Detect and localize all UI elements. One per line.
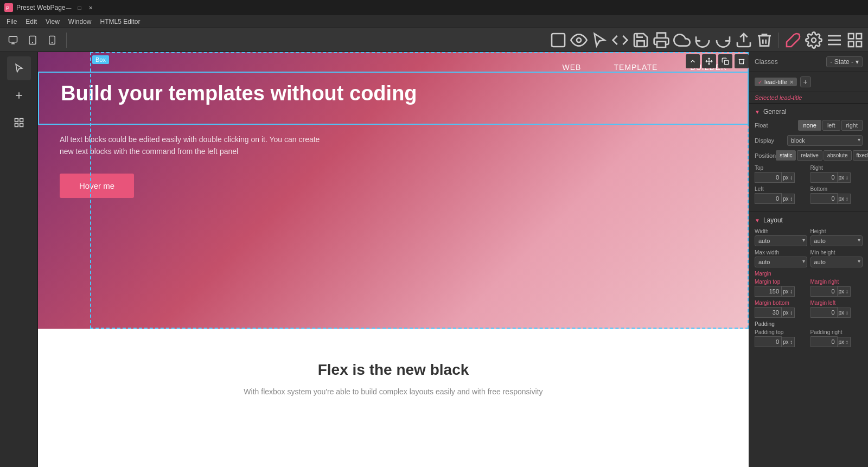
hero-title[interactable]: Build your templates without coding <box>61 81 726 106</box>
redo-button[interactable] <box>714 31 732 49</box>
svg-rect-19 <box>848 41 853 46</box>
hero-content-area: All text blocks could be edited easily w… <box>38 125 749 215</box>
float-left-button[interactable]: left <box>822 120 840 131</box>
gear-icon <box>805 31 822 49</box>
position-absolute-button[interactable]: absolute <box>824 150 852 161</box>
right-unit-select[interactable]: px ↕ <box>838 172 851 183</box>
position-static-button[interactable]: static <box>776 150 796 161</box>
margin-bottom-unit[interactable]: px ↕ <box>782 308 795 318</box>
left-unit-select[interactable]: px ↕ <box>782 194 795 204</box>
svg-rect-2 <box>9 36 17 42</box>
display-select[interactable]: block inline flex none <box>787 135 863 146</box>
main-toolbar <box>0 28 868 52</box>
copy-button[interactable] <box>718 54 732 68</box>
menu-view[interactable]: View <box>41 17 64 27</box>
top-unit-select[interactable]: px ↕ <box>782 172 795 183</box>
hero-nav: WEB TEMPLATE BUILDER <box>38 52 749 72</box>
cursor-button[interactable] <box>591 31 608 49</box>
nav-template[interactable]: TEMPLATE <box>614 63 658 72</box>
add-block-button[interactable] <box>7 84 31 107</box>
menu-edit[interactable]: Edit <box>21 17 41 27</box>
cloud-icon <box>673 31 691 49</box>
padding-top-input[interactable] <box>755 336 782 347</box>
hero-description[interactable]: All text blocks could be edited easily w… <box>60 133 331 158</box>
undo-button[interactable] <box>694 31 711 49</box>
menu-file[interactable]: File <box>2 17 21 27</box>
height-select[interactable]: auto100% <box>810 235 863 246</box>
paint-button[interactable] <box>784 31 802 49</box>
margin-top-input[interactable] <box>755 286 782 297</box>
padding-top-unit[interactable]: px ↕ <box>782 337 795 347</box>
float-none-button[interactable]: none <box>798 120 821 131</box>
right-input[interactable] <box>810 172 838 183</box>
components-button[interactable] <box>7 111 31 135</box>
upload-button[interactable] <box>735 31 752 49</box>
move-button[interactable] <box>702 54 716 68</box>
padding-section-label: Padding <box>755 321 863 327</box>
bottom-unit-select[interactable]: px ↕ <box>838 194 851 204</box>
hero-wrapper: Box WEB TEMPLATE BUILDER <box>38 52 749 329</box>
position-row: Position static relative absolute fixed <box>755 150 863 161</box>
general-section-header[interactable]: ▼ General <box>749 103 868 120</box>
display-select-wrapper: block inline flex none <box>787 135 863 146</box>
canvas-area[interactable]: Box WEB TEMPLATE BUILDER <box>38 52 749 467</box>
cloud-button[interactable] <box>673 31 691 49</box>
float-right-button[interactable]: right <box>841 120 863 131</box>
minheight-select[interactable]: auto <box>810 257 863 267</box>
trash-button[interactable] <box>756 31 773 49</box>
layout-section-header[interactable]: ▼ Layout <box>749 212 868 228</box>
settings-button[interactable] <box>805 31 822 49</box>
grid-button[interactable] <box>846 31 864 49</box>
tablet-view-button[interactable] <box>24 31 41 49</box>
maximize-button[interactable]: □ <box>76 4 83 11</box>
select-tool-button[interactable] <box>7 56 31 80</box>
top-input[interactable] <box>755 172 782 183</box>
menu-html5editor[interactable]: HTML5 Editor <box>96 17 145 27</box>
move-up-button[interactable] <box>686 54 700 68</box>
menu-icon <box>826 31 843 49</box>
minimize-button[interactable]: — <box>66 4 72 11</box>
margin-right-unit[interactable]: px ↕ <box>838 286 851 297</box>
right-label: Right <box>810 165 863 171</box>
hamburger-button[interactable] <box>826 31 843 49</box>
selected-text-element[interactable]: Build your templates without coding <box>38 72 749 125</box>
left-input[interactable] <box>755 193 782 204</box>
margin-bottom-input[interactable] <box>755 307 782 318</box>
margin-left-unit[interactable]: px ↕ <box>838 308 851 318</box>
class-chip-lead-title[interactable]: ✓ lead-title ✕ <box>755 78 797 86</box>
desktop-view-button[interactable] <box>4 31 22 49</box>
hero-section[interactable]: Box WEB TEMPLATE BUILDER <box>38 52 749 329</box>
menu-window[interactable]: Window <box>64 17 96 27</box>
preview-button[interactable] <box>550 31 567 49</box>
remove-class-button[interactable]: ✕ <box>789 79 794 85</box>
bottom-input[interactable] <box>810 193 838 204</box>
code-button[interactable] <box>611 31 629 49</box>
padding-right-input[interactable] <box>810 336 838 347</box>
state-dropdown[interactable]: - State - ▾ <box>826 56 863 67</box>
delete-element-button[interactable] <box>735 54 749 68</box>
mobile-view-button[interactable] <box>43 31 61 49</box>
save-button[interactable] <box>632 31 649 49</box>
classes-label: Classes <box>755 58 778 66</box>
svg-rect-17 <box>848 34 853 39</box>
margin-left-input[interactable] <box>810 307 838 318</box>
minheight-select-wrapper: auto <box>810 257 863 267</box>
margin-right-input[interactable] <box>810 286 838 297</box>
add-class-button[interactable]: + <box>800 76 811 87</box>
left-panel <box>0 52 38 467</box>
width-select[interactable]: auto100% <box>755 235 807 246</box>
position-relative-button[interactable]: relative <box>797 150 822 161</box>
close-button[interactable]: ✕ <box>87 4 94 11</box>
nav-web[interactable]: WEB <box>563 63 582 72</box>
print-button[interactable] <box>653 31 670 49</box>
hero-cta-button[interactable]: Hover me <box>60 174 134 198</box>
margin-top-unit[interactable]: px ↕ <box>782 286 795 297</box>
preview-canvas: Box WEB TEMPLATE BUILDER <box>38 52 749 467</box>
eye-button[interactable] <box>570 31 588 49</box>
classes-row: ✓ lead-title ✕ + <box>755 76 863 87</box>
bottom-field: Bottom px ↕ <box>810 186 863 204</box>
position-fixed-button[interactable]: fixed <box>853 150 868 161</box>
maxwidth-select[interactable]: auto <box>755 257 807 267</box>
flex-section: Flex is the new black With flexbox syste… <box>38 329 749 428</box>
padding-right-unit[interactable]: px ↕ <box>838 337 851 347</box>
